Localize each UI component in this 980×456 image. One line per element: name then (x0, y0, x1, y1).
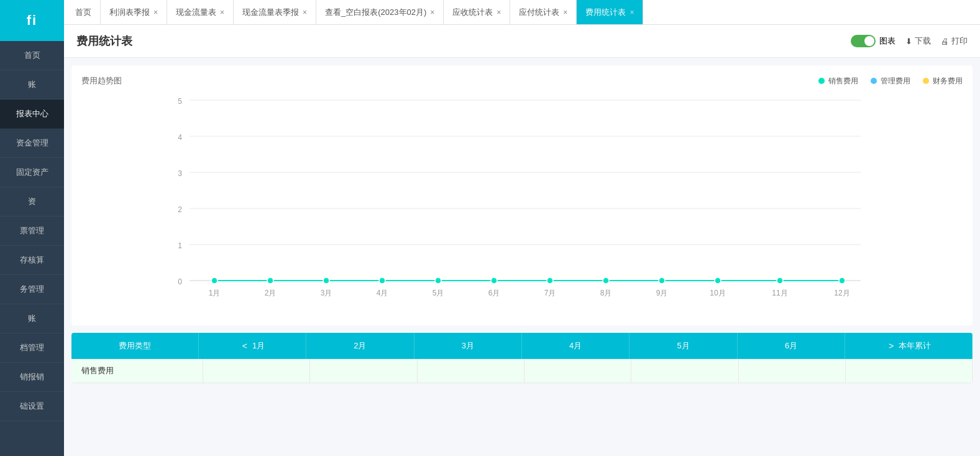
sidebar-item-service[interactable]: 务管理 (0, 275, 64, 304)
sidebar-item-account[interactable]: 账 (0, 70, 64, 100)
legend-label-sales: 销售费用 (828, 76, 858, 86)
table-next-button[interactable]: > (886, 341, 896, 351)
table-row: 销售费用 (71, 359, 973, 383)
svg-point-21 (659, 277, 665, 284)
tab-close-blank-report[interactable]: × (430, 8, 434, 17)
tab-blank-report[interactable]: 查看_空白报表(2023年02月) × (316, 0, 444, 25)
download-button[interactable]: ⬇ 下载 (905, 35, 931, 47)
td-m1 (203, 359, 310, 383)
td-m4 (524, 359, 631, 383)
tab-close-cashflow-quarterly[interactable]: × (303, 8, 307, 17)
sidebar-item-investment[interactable]: 资 (0, 187, 64, 216)
chart-svg: 5 4 3 2 1 0 (81, 91, 963, 315)
table-prev-button[interactable]: < (240, 341, 250, 351)
svg-point-17 (435, 277, 441, 284)
svg-text:12月: 12月 (834, 289, 849, 297)
svg-point-15 (323, 277, 329, 284)
tab-receivable-stats[interactable]: 应收统计表 × (444, 0, 510, 25)
svg-text:3月: 3月 (321, 289, 332, 297)
tab-close-expense-stats[interactable]: × (630, 8, 634, 17)
header-actions: 图表 ⬇ 下载 🖨 打印 (851, 35, 968, 47)
svg-point-22 (715, 277, 721, 284)
tab-close-cashflow[interactable]: × (220, 8, 224, 17)
td-ytd (846, 359, 973, 383)
td-m5 (631, 359, 738, 383)
tab-close-payable-stats[interactable]: × (563, 8, 567, 17)
tab-home[interactable]: 首页 (66, 0, 101, 25)
chart-toggle-label: 图表 (879, 35, 895, 47)
download-icon: ⬇ (905, 37, 912, 46)
legend-dot-mgmt (871, 78, 877, 84)
main-area: 首页 利润表季报 × 现金流量表 × 现金流量表季报 × 查看_空白报表(202… (64, 0, 980, 456)
svg-text:2月: 2月 (265, 289, 277, 297)
sidebar-item-fixed-assets[interactable]: 固定资产 (0, 158, 64, 187)
svg-point-20 (603, 277, 609, 284)
svg-point-24 (839, 277, 845, 284)
table-header: 费用类型 < 1月 2月 3月 4月 5月 6月 > 本年累计 (71, 333, 973, 359)
sidebar-item-inventory[interactable]: 存核算 (0, 246, 64, 275)
th-m2: 2月 (306, 333, 414, 359)
expense-table: 费用类型 < 1月 2月 3月 4月 5月 6月 > 本年累计 销售费用 (71, 333, 973, 383)
td-m3 (418, 359, 524, 383)
sidebar-item-archive[interactable]: 档管理 (0, 333, 64, 363)
legend-mgmt: 管理费用 (871, 76, 910, 86)
chart-section: 费用趋势图 销售费用 管理费用 财务费用 (71, 65, 973, 325)
sidebar-item-home[interactable]: 首页 (0, 41, 64, 70)
th-m3: 3月 (414, 333, 522, 359)
sidebar-item-settings[interactable]: 础设置 (0, 392, 64, 421)
svg-text:1月: 1月 (209, 289, 221, 297)
svg-text:5月: 5月 (433, 289, 444, 297)
sidebar-item-payable[interactable]: 账 (0, 304, 64, 333)
td-type: 销售费用 (71, 359, 203, 383)
td-m2 (310, 359, 417, 383)
chart-toggle[interactable] (851, 35, 876, 47)
svg-text:2: 2 (178, 205, 182, 214)
sidebar-item-report-center[interactable]: 报表中心 (0, 100, 64, 129)
print-button[interactable]: 🖨 打印 (941, 35, 968, 47)
svg-text:11月: 11月 (772, 289, 787, 297)
tab-close-receivable-stats[interactable]: × (497, 8, 501, 17)
svg-text:10月: 10月 (710, 289, 725, 297)
sidebar-item-fund[interactable]: 资金管理 (0, 129, 64, 158)
svg-point-19 (547, 277, 553, 284)
th-type: 费用类型 (71, 333, 199, 359)
tab-close-profit-quarterly[interactable]: × (153, 8, 158, 17)
svg-text:5: 5 (178, 97, 182, 106)
sidebar-item-writeoff[interactable]: 销报销 (0, 363, 64, 392)
tab-payable-stats[interactable]: 应付统计表 × (510, 0, 577, 25)
legend-sales: 销售费用 (818, 76, 858, 86)
th-nav-prev[interactable]: < 1月 (199, 333, 306, 359)
print-icon: 🖨 (941, 37, 949, 46)
tab-cashflow[interactable]: 现金流量表 × (167, 0, 234, 25)
svg-text:1: 1 (178, 241, 182, 250)
svg-text:8月: 8月 (600, 289, 612, 297)
sidebar-item-invoice[interactable]: 票管理 (0, 216, 64, 246)
legend-dot-finance (923, 78, 929, 84)
tab-profit-quarterly[interactable]: 利润表季报 × (101, 0, 167, 25)
svg-text:7月: 7月 (544, 289, 556, 297)
legend-label-mgmt: 管理费用 (881, 76, 910, 86)
content-area: 费用统计表 图表 ⬇ 下载 🖨 打印 费用趋势图 (64, 25, 980, 456)
td-m6 (739, 359, 846, 383)
tab-cashflow-quarterly[interactable]: 现金流量表季报 × (234, 0, 316, 25)
svg-point-23 (777, 277, 783, 284)
svg-text:4月: 4月 (377, 289, 388, 297)
svg-text:6月: 6月 (488, 289, 500, 297)
tab-expense-stats[interactable]: 费用统计表 × (577, 0, 643, 25)
sidebar: fi 首页 账 报表中心 资金管理 固定资产 资 票管理 存核算 务管理 账 档… (0, 0, 64, 456)
svg-point-18 (491, 277, 497, 284)
chart-area: 5 4 3 2 1 0 (81, 91, 963, 315)
svg-point-13 (211, 277, 218, 284)
tab-bar: 首页 利润表季报 × 现金流量表 × 现金流量表季报 × 查看_空白报表(202… (64, 0, 980, 25)
svg-text:4: 4 (178, 133, 182, 142)
download-label: 下载 (915, 35, 931, 47)
svg-text:3: 3 (178, 169, 182, 178)
legend-finance: 财务费用 (923, 76, 963, 86)
svg-text:0: 0 (178, 277, 182, 286)
chart-title: 费用趋势图 (81, 75, 122, 86)
th-nav-next[interactable]: > 本年累计 (845, 333, 973, 359)
th-m4: 4月 (522, 333, 630, 359)
svg-point-14 (267, 277, 273, 284)
app-logo: fi (0, 0, 64, 41)
svg-text:9月: 9月 (656, 289, 668, 297)
